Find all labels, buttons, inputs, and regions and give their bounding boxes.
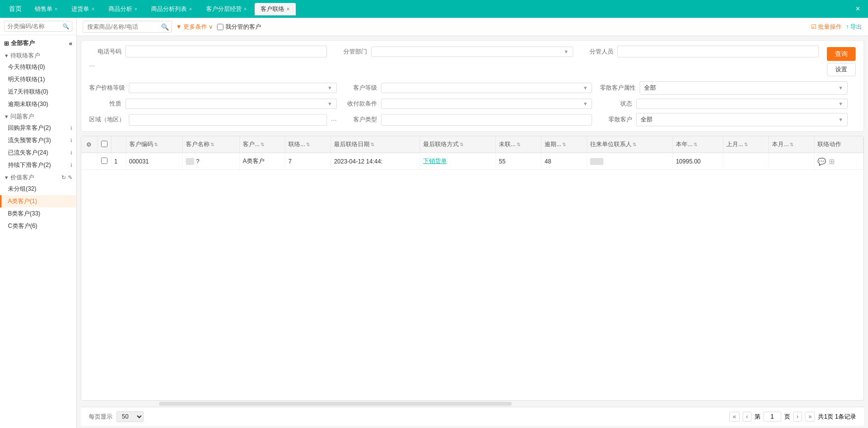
prev-page-button[interactable]: ‹	[743, 412, 752, 422]
next-page-button[interactable]: ›	[793, 412, 802, 422]
last-page-button[interactable]: »	[805, 412, 815, 422]
home-tab[interactable]: 首页	[4, 2, 27, 15]
per-page-select[interactable]: 50 100 200	[116, 411, 144, 422]
select-all-checkbox[interactable]	[101, 141, 108, 147]
col-checkbox	[97, 136, 111, 153]
col-this-year[interactable]: 本年...⇅	[673, 136, 723, 153]
filter-payment-select[interactable]: ▼	[381, 99, 593, 109]
all-customers-label[interactable]: 全部客户	[11, 39, 35, 48]
export-button[interactable]: ↑ 导出	[846, 23, 862, 31]
filter-region-label: 区域（地区）	[89, 115, 125, 124]
first-page-button[interactable]: «	[729, 412, 740, 422]
action-chat-icon[interactable]: 💬	[817, 158, 826, 165]
sidebar-search-icon[interactable]: 🔍	[62, 23, 69, 30]
main-content: 🔍 ▼ 更多条件 ∨ 我分管的客户 ☑ 批量操作 ↑ 导出	[77, 18, 868, 428]
filter-retail-attr-label: 零散客户属性	[600, 84, 636, 92]
col-last-month[interactable]: 上月...⇅	[723, 136, 769, 153]
toolbar-search-input[interactable]	[83, 21, 172, 33]
settings-button[interactable]: 设置	[827, 63, 856, 76]
tab-sales[interactable]: 销售单 ×	[29, 3, 63, 15]
refresh-icon[interactable]: ↻	[61, 174, 66, 181]
sidebar-item-7days-pending[interactable]: 近7天待联络(0)	[0, 86, 76, 98]
tab-customer-segmentation[interactable]: 客户分层经营 ×	[200, 3, 253, 15]
close-sales-tab-icon[interactable]: ×	[54, 6, 57, 12]
col-code[interactable]: 客户编码⇅	[126, 136, 183, 153]
info-icon-repurchase: ℹ	[70, 125, 72, 131]
col-this-month[interactable]: 本月...⇅	[769, 136, 814, 153]
sidebar-item-ungrouped[interactable]: 未分组(32)	[0, 183, 76, 195]
sort-contact-icon: ⇅	[306, 142, 310, 147]
query-button[interactable]: 查询	[827, 47, 856, 61]
edit-icon[interactable]: ✎	[68, 174, 72, 181]
toolbar-search-icon[interactable]: 🔍	[161, 23, 169, 31]
filter-status-select[interactable]: ▼	[636, 99, 848, 109]
row-code: 000031	[126, 153, 183, 170]
close-purchase-tab-icon[interactable]: ×	[91, 6, 94, 12]
my-customers-checkbox-wrap[interactable]: 我分管的客户	[217, 23, 261, 31]
col-overdue[interactable]: 逾期...⇅	[542, 136, 587, 153]
dept-select-chevron-icon: ▼	[564, 49, 569, 54]
col-last-date[interactable]: 最后联络日期⇅	[331, 136, 420, 153]
filter-retail-attr-select[interactable]: 全部 ▼	[640, 81, 848, 95]
sidebar-item-today-pending[interactable]: 今天待联络(0)	[0, 61, 76, 73]
col-settings: ⚙	[81, 136, 97, 153]
filter-customer-level-select[interactable]: ▼	[381, 83, 593, 93]
close-product-analysis-list-tab-icon[interactable]: ×	[189, 6, 192, 12]
tab-customer-contact[interactable]: 客户联络 ×	[255, 3, 295, 15]
col-type[interactable]: 客户...⇅	[239, 136, 285, 153]
filter-retail-customer-select[interactable]: 全部 ▼	[636, 113, 848, 126]
sort-this-month-icon: ⇅	[790, 142, 794, 147]
last-method-link[interactable]: 下销货单	[423, 158, 447, 164]
name-masked	[186, 158, 194, 165]
manager-dots-icon[interactable]: ···	[89, 61, 327, 69]
row-last-method: 下销货单	[420, 153, 495, 170]
close-customer-contact-tab-icon[interactable]: ×	[286, 6, 289, 12]
filter-price-level-select[interactable]: ▼	[129, 83, 337, 93]
filter-dept-select[interactable]: ▼	[371, 47, 573, 57]
row-unit-contact	[587, 153, 673, 170]
filter-nature-select[interactable]: ▼	[125, 99, 337, 109]
tab-product-analysis[interactable]: 商品分析 ×	[103, 3, 143, 15]
sort-unit-contact-icon: ⇅	[633, 142, 637, 147]
filter-customer-type: 客户类型	[345, 114, 593, 126]
col-no-contact[interactable]: 未联...⇅	[496, 136, 542, 153]
data-table-wrap: ⚙ 客户编码⇅ 客户名称⇅ 客户...⇅	[81, 136, 864, 401]
tab-purchase[interactable]: 进货单 ×	[65, 3, 100, 15]
close-customer-seg-tab-icon[interactable]: ×	[244, 6, 247, 12]
col-index	[111, 136, 126, 153]
sidebar-group-value-customers: ▼ 价值客户 ↻ ✎	[0, 171, 76, 183]
window-close-button[interactable]: ×	[852, 4, 864, 13]
sidebar-item-tomorrow-pending[interactable]: 明天待联络(1)	[0, 73, 76, 86]
query-settings-buttons: 查询 设置	[827, 47, 856, 76]
sidebar-item-class-a[interactable]: A类客户(1)	[0, 195, 76, 208]
sidebar-item-churned[interactable]: 已流失客户(24) ℹ	[0, 147, 76, 159]
col-unit-contact[interactable]: 往来单位联系人⇅	[587, 136, 673, 153]
col-last-method[interactable]: 最后联络方式⇅	[420, 136, 495, 153]
filter-phone-input[interactable]	[125, 46, 327, 57]
sidebar-item-class-b[interactable]: B类客户(33)	[0, 208, 76, 220]
filter-region-input[interactable]	[129, 114, 327, 126]
tab-product-analysis-list[interactable]: 商品分析列表 ×	[145, 3, 198, 15]
filter-customer-type-input[interactable]	[381, 114, 593, 126]
filter-manager-input[interactable]	[617, 46, 819, 57]
action-grid-icon[interactable]: ⊞	[829, 158, 835, 165]
table-settings-icon[interactable]: ⚙	[86, 141, 92, 148]
close-product-analysis-tab-icon[interactable]: ×	[134, 6, 137, 12]
customer-table: ⚙ 客户编码⇅ 客户名称⇅ 客户...⇅	[81, 136, 864, 170]
sidebar-item-declining[interactable]: 持续下滑客户(2) ℹ	[0, 159, 76, 171]
sidebar-item-overdue-contact[interactable]: 逾期未联络(30)	[0, 98, 76, 110]
col-contact[interactable]: 联络...⇅	[285, 136, 331, 153]
row-checkbox[interactable]	[101, 158, 108, 164]
collapse-icon[interactable]: «	[69, 40, 72, 47]
sidebar-item-class-c[interactable]: C类客户(6)	[0, 220, 76, 232]
filter-phone-label: 电话号码	[89, 48, 121, 56]
sidebar-item-repurchase-anomaly[interactable]: 回购异常客户(2) ℹ	[0, 122, 76, 134]
sidebar-item-churn-warning[interactable]: 流失预警客户(3) ℹ	[0, 134, 76, 147]
region-dots-icon[interactable]: ···	[331, 116, 337, 124]
batch-operation-button[interactable]: ☑ 批量操作	[811, 23, 842, 31]
page-number-input[interactable]	[763, 412, 781, 422]
my-customers-checkbox[interactable]	[217, 24, 223, 30]
more-filters-button[interactable]: ▼ 更多条件 ∨	[176, 23, 213, 31]
col-name[interactable]: 客户名称⇅	[183, 136, 240, 153]
horizontal-scrollbar[interactable]	[81, 401, 864, 407]
